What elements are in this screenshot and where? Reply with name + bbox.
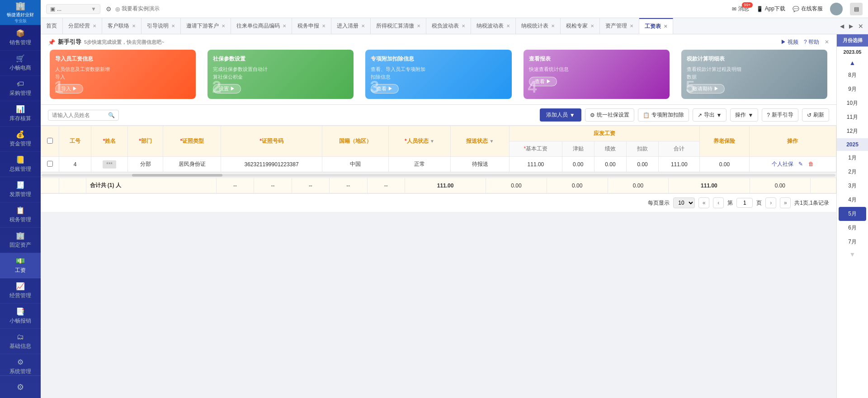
month-item-3[interactable]: 3月 [837,179,868,193]
sidebar-item-basic[interactable]: 🗂 基础信息 [0,329,41,354]
tab-close-icon[interactable]: ✕ [283,23,286,28]
sidebar-item-ecommerce[interactable]: 🛒 小畅电商 [0,51,41,76]
export-button[interactable]: ↗ 导出 ▼ [693,108,727,122]
month-item-4[interactable]: 4月 [837,193,868,207]
tab-invite[interactable]: 邀请下游客户 ✕ [181,18,231,34]
user-menu-button[interactable]: ▤ [850,3,863,15]
last-page-button[interactable]: » [780,197,791,208]
guide-close-button[interactable]: ✕ [825,39,829,45]
page-label: 第 [727,199,733,207]
tab-left-arrow[interactable]: ◀ [837,22,846,31]
sidebar-item-expense[interactable]: 📑 小畅报销 [0,304,41,329]
tab-product-code[interactable]: 往来单位商品编码 ✕ [231,18,292,34]
sidebar-item-finance[interactable]: 💰 资金管理 [0,126,41,152]
tab-home[interactable]: 首页 [41,18,63,34]
sidebar-item-sales[interactable]: 📦 销售管理 [0,25,41,51]
tab-clearance[interactable]: 进入清册 ✕ [331,18,371,34]
tab-hierarchy[interactable]: 分层经营 ✕ [63,18,102,34]
month-item-1[interactable]: 1月 [837,151,868,165]
month-item-2[interactable]: 2月 [837,165,868,179]
tab-close-icon[interactable]: ✕ [590,23,594,28]
month-item-10[interactable]: 10月 [837,96,868,110]
row-edit-icon[interactable]: ✎ [798,161,803,167]
row-delete-icon[interactable]: 🗑 [808,161,814,167]
tab-close-icon[interactable]: ✕ [551,23,555,28]
tab-close-icon[interactable]: ✕ [462,23,465,28]
tab-close-icon[interactable]: ✕ [222,23,225,28]
tab-close-icon[interactable]: ✕ [171,23,175,28]
tab-tax-calc[interactable]: 所得税汇算清缴 ✕ [371,18,426,34]
message-button[interactable]: ✉ 消息 99+ [732,5,749,13]
tab-close-icon[interactable]: ✕ [93,23,96,28]
first-page-button[interactable]: « [698,197,709,208]
tab-label: 进入清册 [337,22,359,30]
tab-salary-tab[interactable]: 工资表 ✕ [639,18,673,34]
prev-page-button[interactable]: ‹ [713,197,724,208]
page-number-input[interactable] [736,198,753,208]
tab-close-icon[interactable]: ✕ [664,24,667,29]
tab-customer[interactable]: 客户联络 ✕ [102,18,142,34]
sidebar-item-system[interactable]: ⚙ 系统管理 [0,354,41,375]
sidebar-item-purchase[interactable]: 🏷 采购管理 [0,76,41,101]
special-deduction-button[interactable]: 📋 专项附加扣除 [638,108,689,122]
scroll-thumb[interactable] [132,174,222,177]
tab-close-icon[interactable]: ✕ [322,23,326,28]
unified-insurance-button[interactable]: ⚙ 统一社保设置 [585,108,634,122]
sidebar-item-invoice[interactable]: 🧾 发票管理 [0,177,41,202]
month-item-8[interactable]: 8月 [837,68,868,82]
next-page-button[interactable]: › [765,197,776,208]
search-icon[interactable]: 🔍 [108,112,115,118]
newbie-guide-button[interactable]: ? 新手引导 [762,108,798,122]
tab-tax-report[interactable]: 税务申报 ✕ [292,18,331,34]
sidebar-item-operation[interactable]: 📈 经营管理 [0,278,41,304]
special-icon: 📋 [643,112,650,118]
tab-close-all[interactable]: ✕ [855,18,866,34]
app-download-button[interactable]: 📱 App下载 [756,5,785,13]
tab-guide-tab[interactable]: 引导说明 ✕ [142,18,181,34]
sidebar-item-salary[interactable]: 💵 工资 [0,253,41,278]
tab-close-icon[interactable]: ✕ [506,23,510,28]
horizontal-scrollbar[interactable] [41,172,836,178]
add-person-button[interactable]: 添加人员 ▼ [540,108,581,122]
guide-step-2-num: 2 [212,79,221,95]
user-avatar[interactable] [830,3,843,15]
user-selector[interactable]: ▣ ... ▼ [46,4,100,14]
tab-asset-mgmt[interactable]: 资产管理 ✕ [600,18,639,34]
header-gear-icon[interactable]: ⚙ [106,5,112,13]
select-all-checkbox[interactable] [47,138,53,144]
search-input[interactable] [52,112,106,118]
month-item-6[interactable]: 6月 [837,221,868,235]
row-checkbox[interactable] [47,161,53,167]
tab-label: 引导说明 [147,22,169,30]
month-item-9[interactable]: 9月 [837,82,868,96]
month-down-nav[interactable]: ▼ [848,249,858,260]
month-item-12[interactable]: 12月 [837,124,868,138]
sidebar-item-tax[interactable]: 📋 税务管理 [0,202,41,228]
month-item-7[interactable]: 7月 [837,235,868,249]
tab-close-icon[interactable]: ✕ [361,23,365,28]
refresh-button[interactable]: ↺ 刷新 [802,108,829,122]
month-up-nav[interactable]: ▲ [848,57,858,68]
tab-close-icon[interactable]: ✕ [630,23,633,28]
operate-button[interactable]: 操作 ▼ [730,108,758,122]
header-demo[interactable]: ◎ 我要看实例演示 [115,5,160,13]
tab-right-arrow[interactable]: ▶ [846,22,855,31]
tab-tax-stat2[interactable]: 纳税波动表 ✕ [471,18,516,34]
month-item-5[interactable]: 5月 [839,207,866,221]
guide-video-link[interactable]: ▶ 视频 [781,38,798,46]
sidebar-item-fixed-asset[interactable]: 🏢 固定资产 [0,228,41,253]
tab-close-icon[interactable]: ✕ [132,23,136,28]
settings-icon[interactable]: ⚙ [17,382,24,392]
per-page-select[interactable]: 10 20 50 [673,197,695,208]
per-page-label: 每页显示 [648,199,670,207]
sidebar-item-ledger[interactable]: 📒 总账管理 [0,152,41,177]
sidebar-item-inventory[interactable]: 📊 库存核算 [0,101,41,126]
tab-tax-relief[interactable]: 税负波动表 ✕ [426,18,471,34]
tab-tax-expert[interactable]: 税检专家 ✕ [561,18,600,34]
online-service-button[interactable]: 💬 在线客服 [793,5,823,13]
guide-help-link[interactable]: ? 帮助 [804,38,819,46]
month-item-11[interactable]: 11月 [837,110,868,124]
tab-tax-stat[interactable]: 纳税统计表 ✕ [516,18,561,34]
row-personal-insurance-link[interactable]: 个人社保 [772,161,793,167]
tab-close-icon[interactable]: ✕ [417,23,420,28]
